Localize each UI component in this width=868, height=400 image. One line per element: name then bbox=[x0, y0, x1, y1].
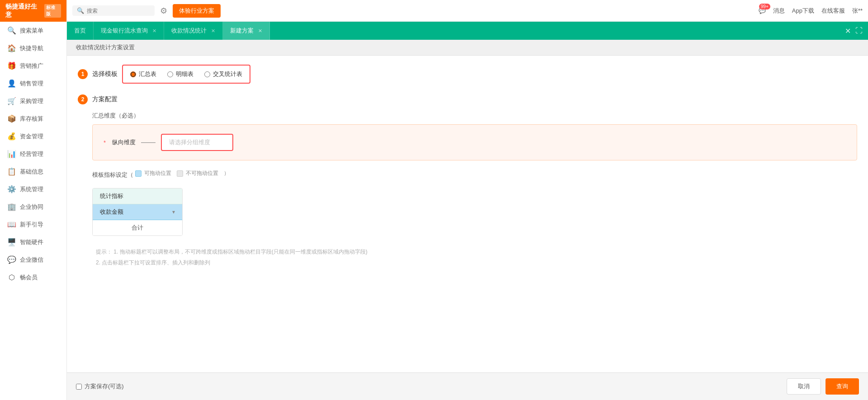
sidebar-item-finance[interactable]: 💰 资金管理 bbox=[0, 127, 66, 145]
sidebar-item-basic[interactable]: 📋 基础信息 bbox=[0, 163, 66, 180]
option-detail-label: 明细表 bbox=[176, 70, 193, 78]
sidebar-item-member[interactable]: ⬡ 畅会员 bbox=[0, 268, 66, 286]
metric-dropdown-label: 收款金额 bbox=[100, 208, 123, 216]
save-label: 方案保存(可选) bbox=[85, 382, 124, 391]
tab-home-label: 首页 bbox=[74, 27, 86, 35]
metric-dropdown-row[interactable]: 收款金额 ▾ bbox=[93, 204, 182, 220]
box-icon: 📦 bbox=[7, 114, 16, 123]
option-summary[interactable]: 汇总表 bbox=[130, 70, 156, 78]
sidebar-item-quick-nav[interactable]: 🏠 快捷导航 bbox=[0, 39, 66, 57]
sidebar-item-purchase[interactable]: 🛒 采购管理 bbox=[0, 92, 66, 110]
step2-title: 方案配置 bbox=[92, 95, 118, 104]
user-name[interactable]: 张** bbox=[852, 7, 863, 15]
logo-text: 畅捷通好生意 bbox=[5, 3, 42, 19]
sidebar-item-label: 新手引导 bbox=[20, 221, 43, 229]
sidebar-item-label: 采购管理 bbox=[20, 97, 43, 105]
home-icon: 🏠 bbox=[7, 44, 16, 52]
metric-cell-total: 合计 bbox=[93, 220, 182, 235]
dimension-section-label: 汇总维度（必选） bbox=[92, 112, 857, 120]
online-support-btn[interactable]: 在线客服 bbox=[821, 7, 845, 15]
chart-icon: 📊 bbox=[7, 150, 16, 158]
query-button[interactable]: 查询 bbox=[826, 378, 859, 395]
tip1-text: 1. 拖动标题栏可以调整布局，不可跨维度或指标区域拖动栏目字段(只能在同一维度或… bbox=[113, 249, 367, 255]
tab-collection-stats-label: 收款情况统计 bbox=[171, 27, 207, 35]
tab-bank-flow-close[interactable]: ✕ bbox=[152, 28, 156, 34]
sidebar-item-enterprise[interactable]: 🏢 企业协同 bbox=[0, 198, 66, 216]
tab-bank-flow[interactable]: 现金银行流水查询 ✕ bbox=[94, 22, 164, 40]
dimension-placeholder: 请选择分组维度 bbox=[169, 139, 210, 146]
main-area: 🔍 ⚙ 体验行业方案 💬 99+ 消息 App下载 在线客服 张** 首页 现金… bbox=[67, 0, 868, 400]
tip-prefix: 提示： bbox=[96, 249, 112, 255]
fixed-dot bbox=[177, 170, 183, 177]
trial-btn[interactable]: 体验行业方案 bbox=[173, 4, 221, 18]
option-cross[interactable]: 交叉统计表 bbox=[204, 70, 242, 78]
tab-actions: ✕ ⛶ bbox=[840, 22, 868, 40]
radio-summary[interactable] bbox=[130, 71, 136, 77]
cancel-button[interactable]: 取消 bbox=[787, 378, 821, 395]
step1-num: 1 bbox=[78, 69, 88, 79]
tip1: 提示： 1. 拖动标题栏可以调整布局，不可跨维度或指标区域拖动栏目字段(只能在同… bbox=[92, 246, 857, 257]
arrow: —— bbox=[141, 138, 156, 146]
breadcrumb-text: 收款情况统计方案设置 bbox=[76, 44, 135, 51]
indicator-legend: 可拖动位置 不可拖动位置 ） bbox=[135, 169, 229, 177]
draggable-dot bbox=[135, 170, 142, 177]
step1-title: 选择模板 bbox=[92, 70, 118, 78]
sidebar-item-label: 销售管理 bbox=[20, 80, 43, 88]
sidebar: 畅捷通好生意 标准版 🔍 搜索菜单 🏠 快捷导航 🎁 营销推广 👤 销售管理 🛒… bbox=[0, 0, 67, 400]
legend-suffix: ） bbox=[224, 169, 229, 177]
maximize-icon[interactable]: ⛶ bbox=[855, 27, 863, 35]
vertical-dimension-row: * 纵向维度 —— 请选择分组维度 bbox=[104, 134, 846, 151]
tab-new-plan-label: 新建方案 bbox=[230, 27, 254, 35]
tab-home[interactable]: 首页 bbox=[67, 22, 94, 40]
close-window-icon[interactable]: ✕ bbox=[845, 27, 851, 35]
template-options: 汇总表 明细表 交叉统计表 bbox=[122, 65, 250, 84]
sidebar-item-search-menu[interactable]: 🔍 搜索菜单 bbox=[0, 22, 66, 39]
save-option-checkbox[interactable]: 方案保存(可选) bbox=[76, 382, 124, 391]
sidebar-item-wechat[interactable]: 💬 企业微信 bbox=[0, 251, 66, 268]
tab-collection-stats[interactable]: 收款情况统计 ✕ bbox=[164, 22, 223, 40]
radio-detail[interactable] bbox=[167, 71, 173, 77]
tab-collection-stats-close[interactable]: ✕ bbox=[211, 28, 215, 34]
cart-icon: 🛒 bbox=[7, 97, 16, 105]
sidebar-logo: 畅捷通好生意 标准版 bbox=[0, 0, 66, 22]
user-icon: 👤 bbox=[7, 79, 16, 88]
app-download-btn[interactable]: App下载 bbox=[792, 7, 814, 15]
book-icon: 📖 bbox=[7, 220, 16, 229]
legend-draggable: 可拖动位置 bbox=[135, 169, 171, 177]
metric-dropdown-arrow[interactable]: ▾ bbox=[172, 209, 175, 215]
sidebar-item-hardware[interactable]: 🖥️ 智能硬件 bbox=[0, 233, 66, 251]
dimension-select[interactable]: 请选择分组维度 bbox=[161, 134, 233, 151]
sidebar-item-inventory[interactable]: 📦 库存核算 bbox=[0, 110, 66, 127]
tab-new-plan[interactable]: 新建方案 ✕ bbox=[223, 22, 270, 40]
sidebar-item-marketing[interactable]: 🎁 营销推广 bbox=[0, 57, 66, 75]
metric-table-header: 统计指标 bbox=[93, 188, 182, 204]
option-detail[interactable]: 明细表 bbox=[167, 70, 193, 78]
legend-draggable-label: 可拖动位置 bbox=[144, 169, 171, 177]
tabbar: 首页 现金银行流水查询 ✕ 收款情况统计 ✕ 新建方案 ✕ ✕ ⛶ bbox=[67, 22, 868, 40]
tip2: 2. 点击标题栏下拉可设置排序、插入列和删除列 bbox=[92, 257, 857, 268]
tab-new-plan-close[interactable]: ✕ bbox=[258, 28, 262, 34]
messages-btn[interactable]: 💬 99+ bbox=[759, 7, 766, 14]
settings-icon[interactable]: ⚙ bbox=[160, 6, 167, 16]
sidebar-item-label: 企业微信 bbox=[20, 256, 43, 264]
search-menu-icon: 🔍 bbox=[7, 26, 16, 35]
metric-section-label: 统计指标 bbox=[100, 193, 123, 199]
radio-cross[interactable] bbox=[204, 71, 210, 77]
sidebar-item-operations[interactable]: 📊 经营管理 bbox=[0, 145, 66, 163]
sidebar-item-system[interactable]: ⚙️ 系统管理 bbox=[0, 180, 66, 198]
step2-header: 2 方案配置 bbox=[78, 94, 857, 104]
sidebar-item-label: 快捷导航 bbox=[20, 44, 43, 52]
sidebar-item-label: 库存核算 bbox=[20, 115, 43, 123]
sidebar-item-sales[interactable]: 👤 销售管理 bbox=[0, 75, 66, 92]
gift-icon: 🎁 bbox=[7, 61, 16, 70]
topbar-right: 💬 99+ 消息 App下载 在线客服 张** bbox=[759, 7, 863, 15]
save-checkbox[interactable] bbox=[76, 384, 82, 390]
search-input[interactable] bbox=[87, 8, 150, 14]
indicator-section: 模板指标设定（ 可拖动位置 不可拖动位置 bbox=[92, 169, 857, 268]
messages-label: 消息 bbox=[773, 7, 785, 15]
money-icon: 💰 bbox=[7, 132, 16, 141]
search-box[interactable]: 🔍 bbox=[72, 5, 155, 16]
sidebar-item-guide[interactable]: 📖 新手引导 bbox=[0, 216, 66, 233]
config-body: 汇总维度（必选） * 纵向维度 —— 请选择分组维度 bbox=[92, 112, 857, 268]
legend-fixed: 不可拖动位置 bbox=[177, 169, 218, 177]
